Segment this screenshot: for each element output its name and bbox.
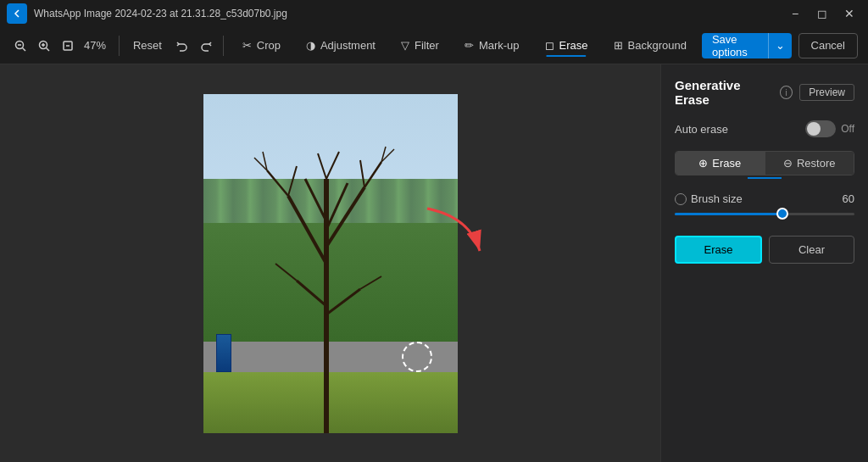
svg-line-1	[23, 47, 26, 51]
toggle-knob	[807, 122, 821, 136]
background-icon: ⊞	[614, 39, 623, 52]
crop-label: Crop	[257, 39, 281, 52]
brush-size-value: 60	[843, 192, 854, 205]
chevron-down-icon: ⌄	[768, 33, 792, 58]
svg-line-19	[326, 152, 339, 179]
slider-thumb[interactable]	[776, 208, 788, 220]
auto-erase-toggle[interactable]	[805, 120, 836, 137]
panel-title: Generative Erase	[675, 78, 773, 107]
adjustment-tool-button[interactable]: ◑ Adjustment	[294, 34, 387, 57]
erase-label: Erase	[559, 39, 588, 52]
redo-button[interactable]	[196, 36, 216, 55]
brush-size-label: Brush size	[691, 192, 743, 205]
titlebar-left: WhatsApp Image 2024-02-23 at 21.31.28_c5…	[7, 3, 287, 24]
panel-header: Generative Erase i Preview	[675, 78, 854, 107]
slider-track	[675, 213, 854, 215]
restore-mode-label: Restore	[797, 157, 836, 170]
close-button[interactable]: ✕	[837, 3, 861, 24]
svg-line-22	[275, 264, 297, 281]
brush-size-row: Brush size 60	[675, 192, 854, 205]
svg-line-23	[360, 276, 381, 289]
save-options-button[interactable]: Save options ⌄	[702, 33, 792, 58]
zoom-out-button[interactable]	[10, 36, 31, 55]
right-panel: Generative Erase i Preview Auto erase Of…	[660, 64, 868, 462]
window-title: WhatsApp Image 2024-02-23 at 21.31.28_c5…	[34, 8, 287, 19]
markup-label: Mark-up	[479, 39, 520, 52]
filter-tool-button[interactable]: ▽ Filter	[389, 34, 451, 57]
brush-cursor	[402, 342, 432, 372]
fit-button[interactable]	[58, 36, 78, 55]
filter-label: Filter	[415, 39, 439, 52]
brush-size-label-group: Brush size	[675, 192, 743, 205]
undo-button[interactable]	[172, 36, 192, 55]
zoom-level: 47%	[81, 39, 108, 52]
photo-canvas	[203, 94, 458, 433]
crop-tool-button[interactable]: ✂ Crop	[231, 34, 292, 57]
svg-line-12	[305, 179, 326, 221]
brush-size-slider-container	[675, 205, 854, 222]
erase-icon: ◻	[545, 39, 554, 52]
auto-erase-label: Auto erase	[675, 123, 728, 136]
erase-mode-button[interactable]: ⊕ Erase	[676, 152, 765, 175]
slider-fill	[675, 213, 782, 215]
zoom-in-button[interactable]	[34, 36, 54, 55]
adjustment-label: Adjustment	[320, 39, 376, 52]
background-label: Background	[628, 39, 687, 52]
window-controls: − ◻ ✕	[783, 3, 861, 24]
maximize-button[interactable]: ◻	[810, 3, 834, 24]
svg-line-16	[364, 162, 381, 187]
toolbar: 47% Reset ✂ Crop ◑ Adjustment ▽ Filter ✏…	[0, 27, 868, 64]
action-buttons: Erase Clear	[675, 236, 854, 264]
toggle-state-label: Off	[841, 123, 854, 135]
erase-action-button[interactable]: Erase	[675, 236, 762, 264]
crop-icon: ✂	[242, 39, 252, 52]
restore-mode-button[interactable]: ⊖ Restore	[765, 152, 854, 175]
reset-button[interactable]: Reset	[126, 36, 169, 55]
photo-container	[203, 94, 458, 433]
preview-button[interactable]: Preview	[799, 84, 854, 101]
zoom-controls: 47%	[10, 36, 108, 55]
cancel-button[interactable]: Cancel	[798, 33, 858, 58]
tree-scene	[203, 94, 458, 433]
erase-tool-button[interactable]: ◻ Erase	[533, 34, 600, 57]
auto-erase-row: Auto erase Off	[675, 120, 854, 137]
svg-line-13	[326, 183, 348, 230]
svg-line-18	[318, 153, 326, 179]
svg-line-10	[288, 196, 326, 264]
info-icon[interactable]: i	[780, 86, 793, 99]
markup-icon: ✏	[465, 39, 474, 52]
background-tool-button[interactable]: ⊞ Background	[602, 34, 698, 57]
svg-line-14	[267, 170, 288, 196]
back-button[interactable]	[7, 3, 27, 24]
minimize-button[interactable]: −	[783, 3, 807, 24]
tree-svg	[203, 94, 458, 433]
blue-object	[216, 334, 231, 372]
svg-line-17	[360, 160, 364, 187]
svg-line-15	[288, 166, 297, 196]
mode-buttons: ⊕ Erase ⊖ Restore	[675, 151, 854, 175]
divider-2	[223, 36, 224, 56]
mode-buttons-container: ⊕ Erase ⊖ Restore	[675, 151, 854, 179]
brush-size-section: Brush size 60	[675, 192, 854, 222]
erase-mode-label: Erase	[712, 157, 741, 170]
erase-mode-icon: ⊕	[698, 157, 708, 170]
auto-erase-toggle-group: Off	[805, 120, 854, 137]
filter-icon: ▽	[401, 39, 409, 52]
mode-active-underline	[748, 177, 782, 179]
svg-line-20	[297, 281, 326, 306]
adjustment-icon: ◑	[306, 39, 315, 52]
canvas-area[interactable]	[0, 64, 660, 462]
divider-1	[119, 36, 120, 56]
clear-action-button[interactable]: Clear	[769, 236, 854, 264]
tool-buttons: ✂ Crop ◑ Adjustment ▽ Filter ✏ Mark-up ◻…	[231, 34, 698, 57]
markup-tool-button[interactable]: ✏ Mark-up	[453, 34, 531, 57]
brush-size-icon	[675, 193, 687, 205]
toolbar-right: Save options ⌄ Cancel	[702, 33, 858, 58]
save-options-label: Save options	[702, 33, 768, 58]
svg-line-4	[47, 47, 50, 51]
titlebar: WhatsApp Image 2024-02-23 at 21.31.28_c5…	[0, 0, 868, 27]
svg-line-21	[326, 289, 360, 314]
main-content: Generative Erase i Preview Auto erase Of…	[0, 64, 868, 462]
restore-mode-icon: ⊖	[783, 157, 793, 170]
